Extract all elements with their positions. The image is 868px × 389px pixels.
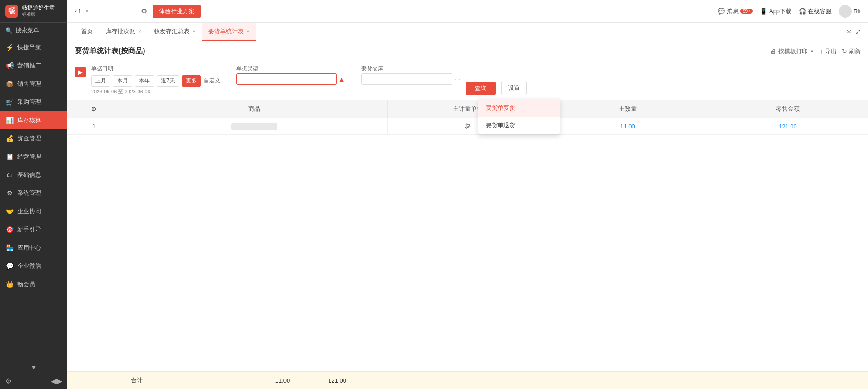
export-label: 导出 (825, 47, 837, 56)
user-avatar-btn[interactable]: Rit (839, 5, 861, 18)
print-icon: 🖨 (770, 48, 776, 55)
filter-warehouse-label: 要货仓库 (361, 65, 460, 72)
col-header-settings[interactable]: ⚙ (67, 100, 121, 118)
avatar (839, 5, 852, 18)
print-template-label: 按模板打印 (778, 47, 808, 56)
filter-date-label: 单据日期 (91, 65, 220, 72)
sidebar-item-finance[interactable]: 💰 资金管理 (0, 129, 67, 148)
collapse-icon[interactable]: ◀▶ (51, 377, 62, 385)
sidebar-item-label: 销售管理 (17, 80, 41, 88)
sidebar-item-inventory[interactable]: 📊 库存核算 (0, 111, 67, 129)
filter-expand-button[interactable]: ▶ (75, 67, 86, 77)
refresh-label: 刷新 (849, 47, 861, 56)
trial-button[interactable]: 体验行业方案 (153, 5, 201, 18)
sidebar-item-purchase[interactable]: 🛒 采购管理 (0, 93, 67, 111)
sidebar-item-label: 库存核算 (17, 116, 41, 124)
operation-icon: 📋 (5, 153, 14, 161)
topbar-right: 💬 消息 99+ 📱 App下载 🎧 在线客服 Rit (718, 5, 861, 18)
tab-inventory-batch[interactable]: 库存批次账 × (99, 23, 148, 41)
tab-home[interactable]: 首页 (75, 23, 99, 41)
query-button[interactable]: 查询 (466, 82, 496, 95)
sidebar-item-quick-nav[interactable]: ⚡ 快捷导航 (0, 38, 67, 56)
sidebar-nav: ⚡ 快捷导航 📢 营销推广 📦 销售管理 🛒 采购管理 📊 库存核算 💰 资金管… (0, 38, 67, 362)
online-service-btn[interactable]: 🎧 在线客服 (799, 7, 832, 15)
online-service-label: 在线客服 (808, 7, 832, 15)
tab-requisition-summary[interactable]: 要货单统计表 × (202, 23, 256, 41)
sidebar-item-sales[interactable]: 📦 销售管理 (0, 75, 67, 93)
sidebar-item-label: 畅会员 (17, 280, 35, 288)
filter-settings-button[interactable]: 设置 (501, 81, 527, 95)
sidebar-item-basic[interactable]: 🗂 基础信息 (0, 166, 67, 184)
qty-link[interactable]: 11.00 (620, 123, 635, 130)
date-btn-this-year[interactable]: 本年 (135, 75, 154, 87)
sidebar-item-operation[interactable]: 📋 经营管理 (0, 148, 67, 166)
tabs-bar: 首页 库存批次账 × 收发存汇总表 × 要货单统计表 × × ⤢ (67, 23, 868, 41)
finance-icon: 💰 (5, 134, 14, 143)
sidebar-bottom: ⚙ ◀▶ (0, 373, 67, 389)
filter-more-icon[interactable]: ··· (454, 75, 460, 83)
sidebar-search[interactable]: 🔍 搜索菜单 (0, 23, 67, 38)
filter-warehouse-input[interactable] (361, 73, 452, 85)
sidebar-logo: 畅 畅捷通好生意 标准版 (0, 0, 67, 23)
sidebar-search-label: 搜索菜单 (15, 26, 39, 35)
tab-receipt-summary[interactable]: 收发存汇总表 × (148, 23, 202, 41)
basic-icon: 🗂 (5, 171, 14, 179)
sales-icon: 📦 (5, 80, 14, 88)
date-btn-last-7days[interactable]: 近7天 (157, 75, 179, 87)
sidebar-item-member[interactable]: 👑 畅会员 (0, 275, 67, 293)
sidebar-item-marketing[interactable]: 📢 营销推广 (0, 56, 67, 75)
sidebar: 畅 畅捷通好生意 标准版 🔍 搜索菜单 ⚡ 快捷导航 📢 营销推广 📦 销售管理… (0, 0, 67, 389)
tab-expand-btn[interactable]: ⤢ (855, 27, 861, 36)
sidebar-item-guide[interactable]: 🎯 新手引导 (0, 220, 67, 239)
refresh-btn[interactable]: ↻ 刷新 (842, 47, 861, 56)
filter-type-input[interactable] (236, 73, 337, 85)
message-btn[interactable]: 💬 消息 99+ (718, 7, 753, 15)
settings-icon[interactable]: ⚙ (5, 377, 12, 385)
cell-product (121, 118, 388, 135)
amount-link[interactable]: 121.00 (779, 123, 797, 130)
topbar-settings-icon[interactable]: ⚙ (141, 7, 147, 15)
app-download-btn[interactable]: 📱 App下载 (760, 7, 791, 15)
system-icon: ⚙ (5, 189, 14, 197)
cell-amount: 121.00 (708, 118, 868, 135)
sidebar-item-wechat[interactable]: 💬 企业微信 (0, 257, 67, 275)
footer-qty: 11.00 (255, 377, 310, 384)
tab-inventory-batch-close[interactable]: × (138, 28, 141, 35)
tab-close-all-btn[interactable]: × (847, 28, 851, 36)
dropdown-item-requisition[interactable]: 要货单要货 (478, 99, 560, 117)
tab-home-label: 首页 (81, 27, 93, 36)
filter-date-row: 上月 本月 本年 近7天 更多 自定义 (91, 75, 220, 87)
col-header-qty: 主数量 (548, 100, 708, 118)
export-icon: ↓ (820, 48, 823, 55)
report-actions: 🖨 按模板打印 ▼ ↓ 导出 ↻ 刷新 (770, 47, 861, 56)
store-dropdown-icon: ▼ (84, 8, 90, 15)
filter-type-input-row: ▲ 要货单要货 要货单退货 (236, 73, 345, 85)
report-page: 要货单统计表(按商品) 🖨 按模板打印 ▼ ↓ 导出 ↻ 刷新 (67, 41, 868, 389)
inventory-icon: 📊 (5, 116, 14, 124)
sidebar-item-enterprise[interactable]: 🤝 企业协同 (0, 202, 67, 220)
filter-type-arrow-icon[interactable]: ▲ (339, 76, 345, 83)
filter-date-group: 单据日期 上月 本月 本年 近7天 更多 自定义 2023-05-06 至 20… (91, 65, 220, 95)
tab-requisition-summary-label: 要货单统计表 (208, 27, 244, 36)
dropdown-item-return[interactable]: 要货单退货 (478, 117, 560, 134)
print-template-btn[interactable]: 🖨 按模板打印 ▼ (770, 47, 815, 56)
date-btn-more[interactable]: 更多 (182, 75, 201, 87)
type-dropdown-menu: 要货单要货 要货单退货 (478, 99, 560, 134)
sidebar-item-system[interactable]: ⚙ 系统管理 (0, 184, 67, 202)
print-arrow-icon: ▼ (810, 49, 815, 54)
col-header-product: 商品 (121, 100, 388, 118)
store-selector[interactable]: 41 ▼ (75, 8, 129, 15)
report-title: 要货单统计表(按商品) (75, 46, 145, 56)
message-icon: 💬 (718, 8, 725, 15)
wechat-icon: 💬 (5, 262, 14, 270)
sidebar-item-label: 快捷导航 (17, 43, 41, 51)
sidebar-scroll-down[interactable]: ▼ (0, 362, 67, 373)
date-custom-btn[interactable]: 自定义 (204, 77, 220, 85)
date-btn-last-month[interactable]: 上月 (91, 75, 110, 87)
filter-bar: ▶ 单据日期 上月 本月 本年 近7天 更多 自定义 2023-05-06 至 … (67, 60, 868, 100)
tab-requisition-summary-close[interactable]: × (247, 28, 250, 35)
sidebar-item-appstore[interactable]: 🏪 应用中心 (0, 239, 67, 257)
export-btn[interactable]: ↓ 导出 (820, 47, 837, 56)
tab-receipt-summary-close[interactable]: × (192, 28, 195, 35)
date-btn-this-month[interactable]: 本月 (113, 75, 132, 87)
